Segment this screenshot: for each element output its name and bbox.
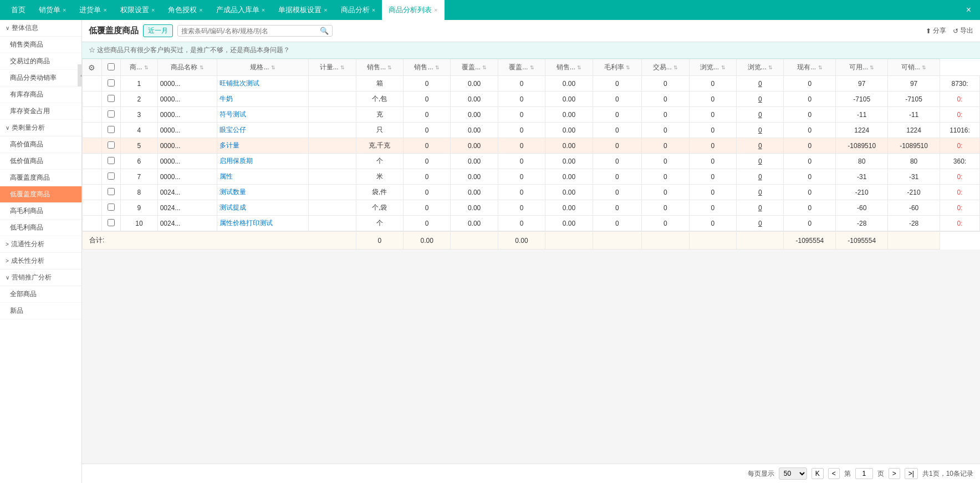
cell-checkbox[interactable] bbox=[101, 216, 121, 232]
nav-home[interactable]: 首页 bbox=[4, 0, 32, 20]
sidebar-item-low-coverage[interactable]: 低覆盖度商品 bbox=[0, 186, 81, 203]
search-input[interactable] bbox=[181, 27, 320, 35]
th-margin[interactable]: 毛利率 ⇅ bbox=[593, 59, 642, 76]
cell-name[interactable]: 旺铺批次测试 bbox=[217, 76, 309, 91]
cell-checkbox[interactable] bbox=[101, 138, 121, 154]
th-sales-amount[interactable]: 销售... ⇅ bbox=[403, 59, 450, 76]
th-code[interactable]: 商... ⇅ bbox=[121, 59, 158, 76]
browse-link[interactable]: 0 bbox=[758, 142, 762, 150]
filter-period-button[interactable]: 近一月 bbox=[143, 24, 173, 37]
row-checkbox[interactable] bbox=[108, 141, 115, 149]
browse-link[interactable]: 0 bbox=[758, 80, 762, 88]
cell-browse1[interactable]: 0 bbox=[737, 169, 784, 185]
nav-roles-close[interactable]: × bbox=[199, 0, 202, 20]
th-settings[interactable]: ⚙ bbox=[83, 59, 102, 76]
browse-link[interactable]: 0 bbox=[758, 189, 762, 196]
nav-permissions-close[interactable]: × bbox=[151, 0, 155, 20]
th-available[interactable]: 可用... ⇅ bbox=[836, 59, 888, 76]
nav-purchase[interactable]: 进货单 × bbox=[73, 0, 113, 20]
browse-link[interactable]: 0 bbox=[758, 157, 762, 165]
nav-analysis-close[interactable]: × bbox=[372, 0, 375, 20]
th-sellable[interactable]: 可销... ⇅ bbox=[888, 59, 940, 76]
cell-browse1[interactable]: 0 bbox=[737, 154, 784, 169]
cell-name[interactable]: 测试数量 bbox=[217, 185, 309, 200]
nav-analysis-list-close[interactable]: × bbox=[434, 0, 437, 20]
cell-checkbox[interactable] bbox=[101, 200, 121, 216]
cell-name[interactable]: 属性 bbox=[217, 169, 309, 185]
settings-icon[interactable]: ⚙ bbox=[88, 63, 95, 72]
cell-browse1[interactable]: 0 bbox=[737, 76, 784, 91]
nav-sales[interactable]: 销货单 × bbox=[32, 0, 73, 20]
th-unit[interactable]: 计量... ⇅ bbox=[309, 59, 356, 76]
th-browse2[interactable]: 浏览... ⇅ bbox=[737, 59, 784, 76]
row-checkbox[interactable] bbox=[108, 219, 115, 226]
export-button[interactable]: ↺ 导出 bbox=[953, 26, 973, 35]
browse-link[interactable]: 0 bbox=[758, 111, 762, 119]
first-page-button[interactable]: K bbox=[811, 468, 824, 479]
browse-link[interactable]: 0 bbox=[758, 126, 762, 134]
cell-browse1[interactable]: 0 bbox=[737, 200, 784, 216]
row-checkbox[interactable] bbox=[108, 95, 115, 102]
browse-link[interactable]: 0 bbox=[758, 173, 762, 181]
sidebar-item-high-coverage[interactable]: 高覆盖度商品 bbox=[0, 170, 81, 186]
nav-purchase-close[interactable]: × bbox=[103, 0, 106, 20]
nav-roles[interactable]: 角色授权 × bbox=[161, 0, 209, 20]
cell-browse1[interactable]: 0 bbox=[737, 216, 784, 232]
cell-checkbox[interactable] bbox=[101, 169, 121, 185]
th-name[interactable]: 商品名称 ⇅ bbox=[157, 59, 217, 76]
cell-browse1[interactable]: 0 bbox=[737, 123, 784, 138]
cell-browse1[interactable]: 0 bbox=[737, 91, 784, 107]
th-spec[interactable]: 规格... ⇅ bbox=[217, 59, 309, 76]
nav-sales-close[interactable]: × bbox=[63, 0, 66, 20]
th-coverage2[interactable]: 覆盖... ⇅ bbox=[498, 59, 545, 76]
last-page-button[interactable]: >| bbox=[905, 468, 918, 479]
cell-checkbox[interactable] bbox=[101, 123, 121, 138]
select-all-checkbox[interactable] bbox=[108, 63, 115, 70]
sidebar-collapse-button[interactable]: « bbox=[78, 64, 82, 87]
cell-name[interactable]: 测试提成 bbox=[217, 200, 309, 216]
row-checkbox[interactable] bbox=[108, 110, 115, 118]
sidebar-item-capital[interactable]: 库存资金占用 bbox=[0, 103, 81, 120]
sidebar-item-in-stock[interactable]: 有库存商品 bbox=[0, 87, 81, 103]
cell-name[interactable]: 启用保质期 bbox=[217, 154, 309, 169]
cell-name[interactable]: 多计量 bbox=[217, 138, 309, 154]
page-number-input[interactable] bbox=[855, 468, 873, 479]
sidebar-item-traded-goods[interactable]: 交易过的商品 bbox=[0, 53, 81, 70]
sidebar-section-quantity[interactable]: ∨ 类剩量分析 bbox=[0, 120, 81, 136]
th-checkbox[interactable] bbox=[101, 59, 121, 76]
row-checkbox[interactable] bbox=[108, 157, 115, 164]
sidebar-section-marketing[interactable]: ∨ 营销推广分析 bbox=[0, 270, 81, 286]
sidebar-item-low-margin[interactable]: 低毛利商品 bbox=[0, 220, 81, 236]
th-sales-count[interactable]: 销售... ⇅ bbox=[356, 59, 403, 76]
browse-link[interactable]: 0 bbox=[758, 204, 762, 212]
row-checkbox[interactable] bbox=[108, 188, 115, 195]
nav-analysis[interactable]: 商品分析 × bbox=[334, 0, 382, 20]
th-coverage1[interactable]: 覆盖... ⇅ bbox=[451, 59, 498, 76]
sidebar-section-overview[interactable]: ∨ 整体信息 bbox=[0, 20, 81, 37]
cell-name[interactable]: 属性价格打印测试 bbox=[217, 216, 309, 232]
cell-name[interactable]: 眼宝公仔 bbox=[217, 123, 309, 138]
cell-browse1[interactable]: 0 bbox=[737, 185, 784, 200]
sidebar-item-new-goods[interactable]: 新品 bbox=[0, 303, 81, 319]
row-checkbox[interactable] bbox=[108, 126, 115, 133]
nav-permissions[interactable]: 权限设置 × bbox=[114, 0, 161, 20]
sidebar-item-high-value[interactable]: 高价值商品 bbox=[0, 136, 81, 153]
sidebar-item-low-value[interactable]: 低价值商品 bbox=[0, 153, 81, 170]
cell-checkbox[interactable] bbox=[101, 185, 121, 200]
sidebar-section-growth[interactable]: > 成长性分析 bbox=[0, 253, 81, 270]
row-checkbox[interactable] bbox=[108, 172, 115, 180]
row-checkbox[interactable] bbox=[108, 79, 115, 87]
sidebar-section-flow[interactable]: > 流通性分析 bbox=[0, 236, 81, 253]
window-close-button[interactable]: × bbox=[962, 5, 976, 15]
table-container[interactable]: ⚙ 商... ⇅ 商品名称 ⇅ 规格... ⇅ 计量... ⇅ 销售... ⇅ … bbox=[82, 59, 980, 464]
th-sales3[interactable]: 销售... ⇅ bbox=[545, 59, 593, 76]
sidebar-item-all-goods[interactable]: 全部商品 bbox=[0, 286, 81, 303]
nav-product-in-close[interactable]: × bbox=[262, 0, 265, 20]
prev-page-button[interactable]: < bbox=[828, 468, 840, 479]
cell-browse1[interactable]: 0 bbox=[737, 138, 784, 154]
per-page-select[interactable]: 50 10 20 100 bbox=[779, 467, 807, 480]
nav-template-close[interactable]: × bbox=[324, 0, 327, 20]
next-page-button[interactable]: > bbox=[889, 468, 900, 479]
cell-checkbox[interactable] bbox=[101, 154, 121, 169]
cell-checkbox[interactable] bbox=[101, 91, 121, 107]
